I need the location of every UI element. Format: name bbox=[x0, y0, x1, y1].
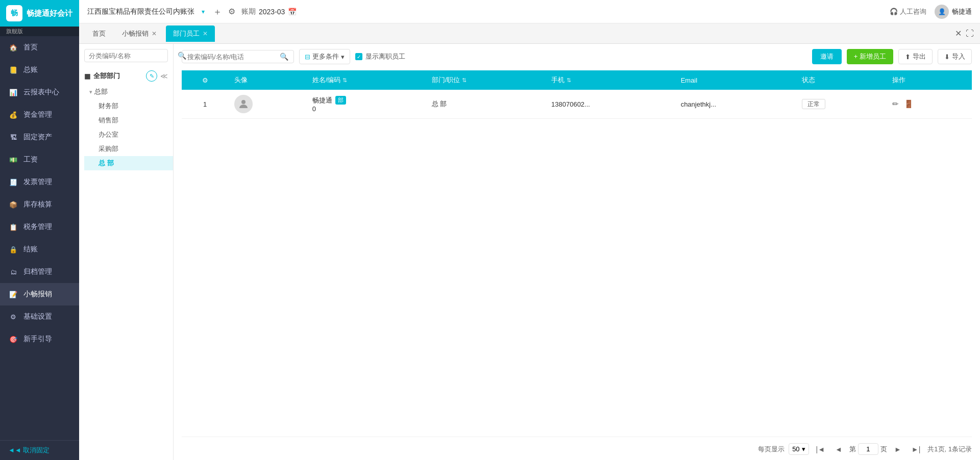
edit-button[interactable]: ✏ bbox=[892, 99, 899, 109]
name-badge: 畅捷通 部 bbox=[312, 96, 420, 105]
ledger-icon: 📒 bbox=[8, 65, 18, 75]
dept-child-sales-label: 销售部 bbox=[99, 116, 118, 124]
row-email: chanjethkj... bbox=[675, 90, 796, 119]
col-phone[interactable]: 手机 ⇅ bbox=[545, 70, 675, 90]
period-label: 账期 bbox=[241, 7, 256, 16]
more-filter-button[interactable]: ⊟ 更多条件 ▾ bbox=[299, 49, 350, 64]
all-dept-header[interactable]: ▦ 全部部门 ✎ ≪ bbox=[79, 67, 173, 85]
sidebar-item-archive[interactable]: 🗂 归档管理 bbox=[0, 261, 79, 283]
sidebar-item-guide[interactable]: 🎯 新手引导 bbox=[0, 328, 79, 350]
show-former-checkbox[interactable] bbox=[355, 53, 362, 60]
employee-search-input[interactable] bbox=[187, 53, 277, 61]
invite-button[interactable]: 邀请 bbox=[812, 49, 842, 64]
employee-search-box[interactable]: 🔍 bbox=[182, 50, 294, 63]
avatar-circle bbox=[234, 95, 253, 113]
add-employee-button[interactable]: + 新增员工 bbox=[847, 49, 893, 64]
dept-child-purchase[interactable]: 采购部 bbox=[84, 142, 173, 156]
add-company-button[interactable]: ＋ bbox=[213, 6, 222, 18]
per-page-select[interactable]: 50 ▾ bbox=[789, 443, 808, 455]
col-name[interactable]: 姓名/编码 ⇅ bbox=[306, 70, 426, 90]
tab-dept[interactable]: 部门员工 ✕ bbox=[166, 25, 215, 42]
status-badge: 正常 bbox=[802, 99, 825, 109]
col-dept[interactable]: 部门/职位 ⇅ bbox=[426, 70, 545, 90]
export-button[interactable]: ⬆ 导出 bbox=[898, 49, 933, 64]
xiaochang-icon: 📝 bbox=[8, 289, 18, 299]
dept-child-general[interactable]: 总 部 bbox=[84, 156, 173, 170]
page-input[interactable] bbox=[858, 443, 878, 455]
avatar-svg bbox=[237, 98, 250, 110]
employee-search-icon[interactable]: 🔍 bbox=[280, 53, 288, 61]
period-value[interactable]: 2023-03 bbox=[259, 8, 285, 16]
dept-child-office[interactable]: 办公室 bbox=[84, 127, 173, 142]
sidebar-item-home[interactable]: 🏠 首页 bbox=[0, 36, 79, 59]
sidebar-item-funds[interactable]: 💰 资金管理 bbox=[0, 104, 79, 126]
tab-xiaochang[interactable]: 小畅报销 ✕ bbox=[115, 25, 164, 42]
dept-child-purchase-label: 采购部 bbox=[99, 145, 118, 152]
grid-icon: ▦ bbox=[84, 72, 90, 80]
sidebar-item-invoice[interactable]: 🧾 发票管理 bbox=[0, 171, 79, 193]
logo[interactable]: 畅 畅捷通好会计 bbox=[0, 0, 79, 27]
sidebar-item-assets[interactable]: 🏗 固定资产 bbox=[0, 126, 79, 148]
avatar: 👤 bbox=[935, 5, 949, 19]
row-num: 1 bbox=[182, 90, 228, 119]
logo-icon: 畅 bbox=[6, 5, 22, 21]
tab-dept-label: 部门员工 bbox=[173, 29, 200, 38]
expand-tabs-button[interactable]: ⛶ bbox=[966, 29, 974, 38]
import-button[interactable]: ⬇ 导入 bbox=[938, 49, 972, 64]
dept-search-box[interactable]: 🔍 bbox=[84, 49, 168, 62]
more-filter-label: 更多条件 bbox=[312, 52, 339, 61]
show-former-toggle[interactable]: 显示离职员工 bbox=[355, 52, 405, 61]
company-dropdown-icon[interactable]: ▾ bbox=[202, 8, 205, 15]
page-last-button[interactable]: ►| bbox=[909, 444, 924, 454]
settings-icon[interactable]: ⚙ bbox=[228, 7, 235, 16]
collapse-panel-icon[interactable]: ≪ bbox=[160, 72, 168, 80]
sidebar-item-close[interactable]: 🔒 结账 bbox=[0, 238, 79, 261]
tab-xiaochang-close[interactable]: ✕ bbox=[152, 30, 157, 37]
sidebar-item-salary[interactable]: 💵 工资 bbox=[0, 148, 79, 171]
tab-home[interactable]: 首页 bbox=[85, 25, 113, 42]
dept-child-general-label: 总 部 bbox=[99, 159, 114, 167]
col-settings[interactable]: ⚙ bbox=[182, 70, 228, 90]
per-page-label: 每页显示 bbox=[758, 445, 785, 454]
pin-button[interactable]: ◄◄ 取消固定 bbox=[0, 440, 79, 460]
sidebar-item-reports[interactable]: 📊 云报表中心 bbox=[0, 81, 79, 104]
show-former-label: 显示离职员工 bbox=[365, 52, 405, 61]
dept-parent-label: 总部 bbox=[94, 87, 108, 96]
dept-parent-zongbu[interactable]: 总部 bbox=[84, 85, 173, 99]
page-unit: 页 bbox=[880, 445, 887, 454]
pagination-bar: 每页显示 50 ▾ |◄ ◄ 第 页 ► ►| 共1页, 1条记录 bbox=[182, 437, 972, 455]
sidebar-label-tax: 税务管理 bbox=[23, 222, 52, 232]
sidebar: 畅 畅捷通好会计 旗舰版 🏠 首页 📒 总账 📊 云报表中心 💰 资金管理 🏗 … bbox=[0, 0, 79, 460]
all-dept-label-wrap: ▦ 全部部门 bbox=[84, 71, 120, 81]
sort-name-icon: ⇅ bbox=[342, 77, 347, 83]
col-action: 操作 bbox=[886, 70, 972, 90]
sidebar-item-basic[interactable]: ⚙ 基础设置 bbox=[0, 305, 79, 328]
page-first-button[interactable]: |◄ bbox=[813, 444, 828, 454]
sidebar-nav: 🏠 首页 📒 总账 📊 云报表中心 💰 资金管理 🏗 固定资产 💵 工资 🧾 发… bbox=[0, 36, 79, 440]
user-menu[interactable]: 👤 畅捷通 bbox=[935, 5, 972, 19]
page-prev-button[interactable]: ◄ bbox=[832, 444, 845, 454]
add-dept-button[interactable]: ✎ bbox=[146, 70, 157, 82]
page-total: 共1页, 1条记录 bbox=[927, 445, 972, 454]
dept-search-input[interactable] bbox=[89, 52, 175, 60]
dept-child-sales[interactable]: 销售部 bbox=[84, 113, 173, 127]
sidebar-label-archive: 归档管理 bbox=[23, 267, 52, 276]
dept-child-finance[interactable]: 财务部 bbox=[84, 99, 173, 113]
sidebar-item-ledger[interactable]: 📒 总账 bbox=[0, 59, 79, 81]
sidebar-item-inventory[interactable]: 📦 库存核算 bbox=[0, 193, 79, 216]
calendar-icon[interactable]: 📅 bbox=[288, 8, 297, 16]
page-next-button[interactable]: ► bbox=[891, 444, 904, 454]
sidebar-item-xiaochang[interactable]: 📝 小畅报销 bbox=[0, 283, 79, 305]
content-area: 🔍 ▦ 全部部门 ✎ ≪ 总部 财务部 bbox=[79, 44, 980, 460]
tab-dept-close[interactable]: ✕ bbox=[203, 30, 208, 37]
close-period-icon: 🔒 bbox=[8, 244, 18, 254]
tab-home-label: 首页 bbox=[92, 29, 106, 38]
close-all-tabs-button[interactable]: ✕ bbox=[955, 29, 962, 38]
inventory-icon: 📦 bbox=[8, 199, 18, 210]
sidebar-label-inventory: 库存核算 bbox=[23, 200, 52, 209]
service-button[interactable]: 🎧 人工咨询 bbox=[890, 7, 926, 16]
company-name[interactable]: 江西服宝精品有限责任公司内账张 bbox=[87, 7, 194, 16]
logout-button[interactable]: 🚪 bbox=[904, 99, 914, 109]
sidebar-item-tax[interactable]: 📋 税务管理 bbox=[0, 216, 79, 238]
row-action: ✏ 🚪 bbox=[886, 90, 972, 119]
